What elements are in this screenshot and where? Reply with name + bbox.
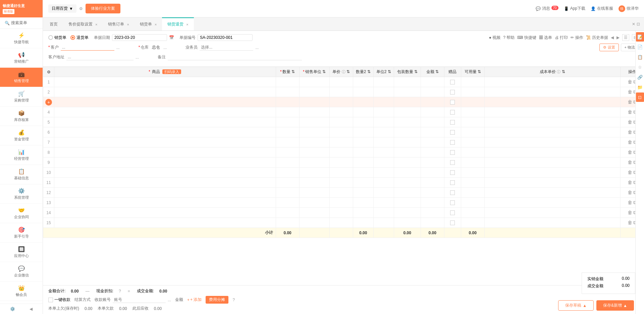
row-8-pack[interactable] xyxy=(394,147,421,158)
row-4-avail[interactable] xyxy=(461,107,484,117)
close-all-tabs[interactable]: ✕ ⊡ xyxy=(629,22,643,26)
sort-qty2-icon[interactable]: ⇅ xyxy=(367,69,371,74)
delete-row-11[interactable]: 🗑 xyxy=(628,180,632,185)
row-10-unit[interactable] xyxy=(299,168,329,178)
row-11-product[interactable] xyxy=(54,178,276,188)
row-14-avail[interactable] xyxy=(461,208,484,218)
row-2-amount[interactable] xyxy=(421,87,444,97)
collapse-icon[interactable]: ◀ xyxy=(30,307,33,311)
delete-row-9[interactable]: 🗑 xyxy=(628,160,632,165)
row-9-product[interactable] xyxy=(54,158,276,168)
product-input-12[interactable] xyxy=(56,190,274,195)
row-13-product[interactable] xyxy=(54,198,276,208)
row-4-gift[interactable] xyxy=(444,107,461,117)
row-6-avail[interactable] xyxy=(461,127,484,137)
calendar-icon[interactable]: 📅 xyxy=(169,35,174,40)
row-7-qty[interactable] xyxy=(276,137,299,147)
account-more-icon[interactable]: ... xyxy=(168,298,171,302)
row-6-price[interactable] xyxy=(329,127,353,137)
close-tab-price-settings[interactable]: × xyxy=(95,22,97,26)
row-15-amount[interactable] xyxy=(421,218,444,228)
warehouse-more-icon[interactable]: ... xyxy=(163,45,167,50)
fee-split-btn[interactable]: 费用分摊 xyxy=(206,296,228,304)
row-5-qty[interactable] xyxy=(276,117,299,127)
settings-bottom-icon[interactable]: ⚙️ xyxy=(10,307,15,311)
delete-row-13[interactable]: 🗑 xyxy=(628,200,632,205)
history-btn[interactable]: 📜 历史单据 xyxy=(586,35,608,41)
sidebar-item-marketing[interactable]: 📢 营销推广 xyxy=(0,48,43,68)
row-7-qty2[interactable] xyxy=(353,137,373,147)
row-10-gift[interactable] xyxy=(444,168,461,178)
row-2-unit[interactable] xyxy=(299,87,329,97)
row-1-price[interactable] xyxy=(329,77,353,87)
sidebar-item-purchase[interactable]: 🛒 采购管理 xyxy=(0,87,43,107)
tab-sales-order[interactable]: 销售订单 × xyxy=(103,17,134,30)
row-13-pack[interactable] xyxy=(394,198,421,208)
row-5-qty2[interactable] xyxy=(353,117,373,127)
sort-amount-icon[interactable]: ⇅ xyxy=(435,69,439,74)
row-8-gift[interactable] xyxy=(444,147,461,158)
row-14-product[interactable] xyxy=(54,208,276,218)
fee-help-icon[interactable]: ? xyxy=(232,298,235,302)
product-input-1[interactable] xyxy=(56,80,274,84)
right-panel-btn-active[interactable]: ⊡ xyxy=(636,92,644,102)
row-1-product[interactable] xyxy=(54,77,276,87)
delete-row-3[interactable]: 🗑 xyxy=(628,99,632,105)
sidebar-item-operations[interactable]: 📊 经营管理 xyxy=(0,145,43,165)
row-11-unit[interactable] xyxy=(299,178,329,188)
delete-row-2[interactable]: 🗑 xyxy=(628,89,632,95)
industry-selector[interactable]: 日用百货 ▼ xyxy=(48,4,76,13)
help-btn[interactable]: ? 帮助 xyxy=(503,35,515,41)
list-view-icon[interactable]: ☰ xyxy=(622,34,629,41)
sort-unit-icon[interactable]: ⇅ xyxy=(322,69,326,74)
row-1-qty2[interactable] xyxy=(353,77,373,87)
row-14-unit[interactable] xyxy=(299,208,329,218)
row-8-product[interactable] xyxy=(54,147,276,158)
row-12-qty[interactable] xyxy=(276,188,299,198)
row-9-avail[interactable] xyxy=(461,158,484,168)
next-record-icon[interactable]: ▶ xyxy=(616,35,620,40)
row-7-cost[interactable] xyxy=(484,137,620,147)
row-13-qty[interactable] xyxy=(276,198,299,208)
row-7-avail[interactable] xyxy=(461,137,484,147)
row-12-qty2[interactable] xyxy=(353,188,373,198)
gift-checkbox-15[interactable] xyxy=(450,221,455,225)
product-input-15[interactable] xyxy=(56,221,274,225)
row-14-price[interactable] xyxy=(329,208,353,218)
sidebar-item-basics[interactable]: 📋 基础信息 xyxy=(0,165,43,184)
select-btn[interactable]: ☰ 选单 xyxy=(539,35,552,41)
product-input-6[interactable] xyxy=(56,130,274,135)
table-settings-icon[interactable]: ⚙ xyxy=(47,70,51,74)
row-4-qty[interactable] xyxy=(276,107,299,117)
date-input[interactable] xyxy=(112,34,167,41)
user-menu[interactable]: 徐 徐泽华 xyxy=(619,5,639,12)
row-6-unit[interactable] xyxy=(299,127,329,137)
sidebar-item-member[interactable]: 👑 畅会员 xyxy=(0,281,43,301)
row-12-cost[interactable] xyxy=(484,188,620,198)
row-11-gift[interactable] xyxy=(444,178,461,188)
row-3-qty2[interactable] xyxy=(353,97,373,107)
tab-sales-return[interactable]: 销货退货 × xyxy=(162,17,194,30)
row-11-price[interactable] xyxy=(329,178,353,188)
delete-row-10[interactable]: 🗑 xyxy=(628,170,632,175)
tab-price-settings[interactable]: 售价提取设置 × xyxy=(63,17,103,30)
row-2-pack[interactable] xyxy=(394,87,421,97)
sort-qty-icon[interactable]: ⇅ xyxy=(291,69,295,74)
row-3-unit2[interactable] xyxy=(373,97,394,107)
row-13-price[interactable] xyxy=(329,198,353,208)
row-6-gift[interactable] xyxy=(444,127,461,137)
row-10-amount[interactable] xyxy=(421,168,444,178)
add-payment-btn[interactable]: + + 添加 xyxy=(187,297,202,303)
row-13-amount[interactable] xyxy=(421,198,444,208)
row-7-product[interactable] xyxy=(54,137,276,147)
row-9-qty[interactable] xyxy=(276,158,299,168)
row-8-unit2[interactable] xyxy=(373,147,394,158)
row-12-product[interactable] xyxy=(54,188,276,198)
row-3-unit[interactable] xyxy=(299,97,329,107)
product-input-7[interactable] xyxy=(56,140,274,145)
sort-pack-icon[interactable]: ⇅ xyxy=(414,69,418,74)
row-9-price[interactable] xyxy=(329,158,353,168)
row-15-unit[interactable] xyxy=(299,218,329,228)
sidebar-item-shortcuts[interactable]: ⚡ 快捷导航 xyxy=(0,29,43,48)
row-11-amount[interactable] xyxy=(421,178,444,188)
